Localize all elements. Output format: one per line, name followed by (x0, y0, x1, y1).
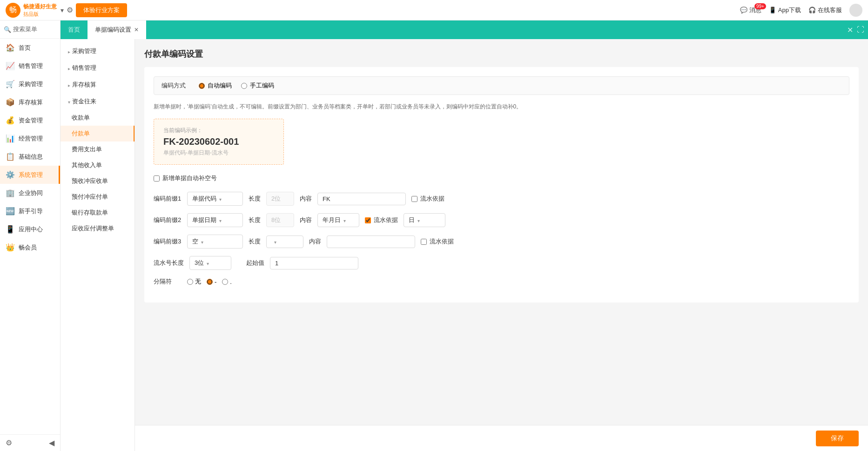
sidebar-item-inventory[interactable]: 📦 库存核算 (0, 93, 60, 111)
separator-none-label[interactable]: 无 (187, 277, 201, 286)
prefix1-waterflow-checkbox[interactable] (411, 196, 417, 202)
prefix3-row: 编码前缀3 空 长度 内容 (154, 235, 849, 249)
prefix2-chevron-icon (219, 217, 222, 224)
guide-icon: 🆕 (6, 207, 15, 215)
prefix2-select[interactable]: 单据日期 (187, 213, 243, 227)
separator-dot-label[interactable]: . (222, 278, 232, 285)
sec-menu-inventory[interactable]: 库存核算 (61, 76, 135, 93)
enterprise-icon: 🏢 (6, 188, 15, 197)
auto-code-radio[interactable] (199, 83, 205, 89)
prefix2-period-chevron-icon (417, 217, 420, 224)
topbar-controls: ▾ ⚙ 体验行业方案 (61, 3, 127, 17)
prefix2-length: 8位 (266, 213, 294, 227)
settings-gear-icon[interactable]: ⚙ (67, 6, 73, 14)
auto-zero-checkbox[interactable] (154, 175, 160, 182)
sidebar-item-basic[interactable]: 📋 基础信息 (0, 148, 60, 166)
manual-code-radio-label[interactable]: 手工编码 (241, 81, 274, 90)
separator-dash-radio[interactable] (207, 279, 213, 285)
trial-button[interactable]: 体验行业方案 (76, 3, 127, 17)
search-menu-button[interactable]: 🔍 搜索菜单 (0, 20, 60, 39)
prefix3-length-select[interactable] (266, 236, 303, 248)
sec-menu-purchase[interactable]: 采购管理 (61, 43, 135, 60)
sec-menu-payment[interactable]: 付款单 (61, 126, 135, 141)
main-layout: 🔍 搜索菜单 🏠 首页 📈 销售管理 🛒 采购管理 📦 库存核算 💰 (0, 20, 868, 451)
sidebar-item-home[interactable]: 🏠 首页 (0, 39, 60, 57)
page-title: 付款单编码设置 (144, 48, 859, 60)
sec-menu-capital[interactable]: 资金往来 (61, 93, 135, 110)
finance-icon: 💰 (6, 116, 15, 125)
prefix1-chevron-icon (219, 195, 222, 202)
sidebar-item-guide[interactable]: 🆕 新手引导 (0, 202, 60, 220)
expand-sales-icon (68, 65, 70, 72)
sec-menu-bank-deposit[interactable]: 银行存取款单 (61, 205, 135, 221)
separator-dash-label[interactable]: - (207, 278, 216, 285)
tab-close-icon[interactable]: ✕ (134, 27, 139, 33)
user-avatar[interactable] (849, 4, 862, 17)
sidebar-item-member[interactable]: 👑 畅会员 (0, 238, 60, 256)
prefix2-content-select[interactable]: 年月日 (317, 213, 359, 227)
app-icon: 📱 (769, 7, 776, 13)
sec-menu-advance-pay[interactable]: 预付冲应付单 (61, 189, 135, 205)
dropdown-arrow[interactable]: ▾ (61, 7, 64, 14)
separator-row: 分隔符 无 - . (154, 277, 849, 286)
sec-menu-other-income[interactable]: 其他收入单 (61, 157, 135, 173)
prefix2-period-select[interactable]: 日 (404, 213, 445, 227)
sidebar-nav: 🏠 首页 📈 销售管理 🛒 采购管理 📦 库存核算 💰 资金管理 📊 经 (0, 39, 60, 434)
bottom-bar: 保存 (135, 425, 868, 451)
start-value-input[interactable] (270, 257, 358, 269)
sec-menu-receipt[interactable]: 收款单 (61, 110, 135, 126)
sec-menu-sales[interactable]: 销售管理 (61, 60, 135, 76)
prefix3-length-chevron-icon (274, 238, 276, 245)
sec-menu-advance-recv[interactable]: 预收冲应收单 (61, 173, 135, 189)
separator-none-radio[interactable] (187, 279, 193, 285)
online-service-item[interactable]: 🎧 在线客服 (808, 6, 842, 14)
coding-method-row: 编码方式 自动编码 手工编码 (154, 76, 849, 95)
collapse-icon[interactable]: ◀ (49, 438, 54, 447)
expand-purchase-icon (68, 48, 70, 55)
settings-bottom-icon[interactable]: ⚙ (6, 438, 12, 447)
sidebar-item-enterprise[interactable]: 🏢 企业协同 (0, 184, 60, 202)
topbar: 畅 畅捷通好生意 括品版 ▾ ⚙ 体验行业方案 💬 消息 99+ 📱 App下载… (0, 0, 868, 20)
manual-code-radio[interactable] (241, 83, 247, 89)
code-preview-box: 当前编码示例： FK-20230602-001 单据代码-单据日期-流水号 (154, 119, 284, 165)
prefix2-waterflow-checkbox[interactable] (365, 217, 371, 223)
prefix1-length: 2位 (266, 192, 294, 206)
prefix2-waterflow: 流水依据 (365, 216, 398, 224)
sidebar-item-finance[interactable]: 💰 资金管理 (0, 111, 60, 129)
sidebar-item-sales[interactable]: 📈 销售管理 (0, 57, 60, 75)
tab-bar: 首页 单据编码设置 ✕ ✕ ⛶ (61, 20, 868, 39)
sidebar-bottom: ⚙ ◀ (0, 434, 60, 451)
tab-home[interactable]: 首页 (61, 20, 87, 39)
topbar-left: 畅 畅捷通好生意 括品版 ▾ ⚙ 体验行业方案 (6, 3, 127, 18)
app-download-item[interactable]: 📱 App下载 (769, 6, 801, 14)
sec-menu-expense[interactable]: 费用支出单 (61, 141, 135, 157)
content-area: 采购管理 销售管理 库存核算 资金往来 收款单 付款单 费用支出单 其他收入单 (61, 39, 868, 451)
tab-maximize-icon[interactable]: ⛶ (857, 26, 864, 34)
message-icon: 💬 (740, 7, 747, 13)
auto-code-radio-label[interactable]: 自动编码 (199, 81, 232, 90)
save-button[interactable]: 保存 (816, 431, 859, 446)
sidebar-item-purchase[interactable]: 🛒 采购管理 (0, 75, 60, 93)
tab-serial[interactable]: 单据编码设置 ✕ (87, 20, 146, 39)
expand-inventory-icon (68, 81, 70, 88)
sec-menu-ap-adjust[interactable]: 应收应付调整单 (61, 221, 135, 236)
prefix1-select[interactable]: 单据代码 (187, 192, 243, 206)
prefix3-waterflow-checkbox[interactable] (421, 239, 427, 245)
prefix2-content-chevron-icon (343, 217, 346, 224)
logo-icon: 畅 (6, 3, 20, 18)
message-item[interactable]: 💬 消息 99+ (740, 6, 761, 14)
serial-length-chevron-icon (207, 260, 209, 267)
tab-bar-actions: ✕ ⛶ (847, 26, 868, 34)
sidebar-item-operations[interactable]: 📊 经营管理 (0, 129, 60, 148)
serial-length-select[interactable]: 3位 (189, 256, 231, 270)
sidebar-item-system[interactable]: ⚙️ 系统管理 (0, 166, 60, 184)
separator-dot-radio[interactable] (222, 279, 228, 285)
prefix1-row: 编码前缀1 单据代码 长度 2位 内容 流水依据 (154, 192, 849, 206)
prefix3-content-input[interactable] (327, 236, 415, 248)
sidebar-item-apps[interactable]: 📱 应用中心 (0, 220, 60, 238)
prefix3-chevron-icon (201, 238, 203, 245)
tab-minimize-icon[interactable]: ✕ (847, 26, 853, 34)
prefix3-select[interactable]: 空 (187, 235, 243, 249)
operations-icon: 📊 (6, 134, 15, 143)
prefix1-content-input[interactable] (317, 193, 406, 205)
